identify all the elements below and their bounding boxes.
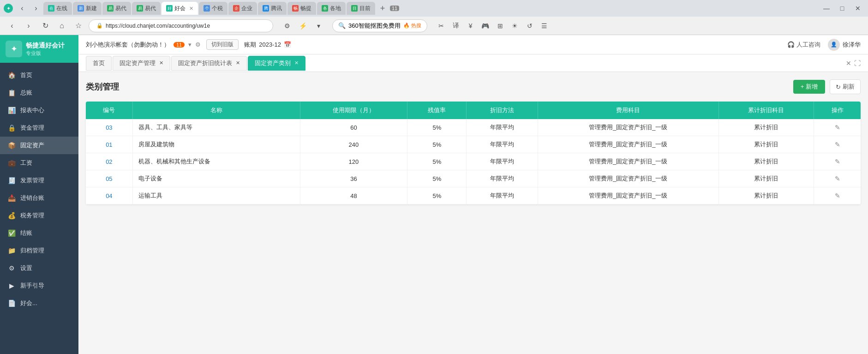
game-btn[interactable]: 🎮 [479,19,492,32]
tab-close-fixed-asset-category[interactable]: ✕ [294,60,299,66]
period-value: 2023-12 [259,41,281,48]
translate-btn[interactable]: 译 [449,19,462,32]
logo-icon: ✦ [6,41,22,57]
star-btn[interactable]: ☆ [72,19,85,32]
sidebar-label-ledger: 总账 [20,89,32,97]
browser-tab-2[interactable]: 新 新建 [73,2,102,15]
account-count: 11 [174,42,185,48]
sidebar-item-archive[interactable]: 📁 归档管理 [0,242,78,259]
browser-tab-8[interactable]: 腾 腾讯 [258,2,287,15]
sidebar-item-payroll[interactable]: 💼 工资 [0,154,78,172]
edit-icon[interactable]: ✎ [835,124,840,131]
cell-action[interactable]: ✎ [814,119,861,136]
address-input[interactable]: 🔒 https://cloud.chanjet.com/accounting/u… [89,19,273,32]
hot-search-badge: 🔥 热搜 [403,22,421,29]
tab-close-fixed-asset-depreciation[interactable]: ✕ [236,60,240,66]
invoice-icon: 🧾 [7,176,16,185]
browser-tab-5[interactable]: 好 好会 ✕ [162,2,198,15]
scissors-btn[interactable]: ✂ [435,19,448,32]
dropdown-btn[interactable]: ▾ [312,19,325,32]
maximize-btn[interactable]: □ [836,2,849,15]
tab-close-fixed-asset-mgmt[interactable]: ✕ [159,60,163,66]
edit-icon[interactable]: ✎ [835,175,840,182]
sidebar-item-funds[interactable]: 🔒 资金管理 [0,119,78,137]
search-box[interactable]: 🔍 360智能抠图免费用 🔥 热搜 [332,19,427,32]
back-btn[interactable]: ‹ [16,2,29,15]
lightning-btn[interactable]: ⚡ [296,19,309,32]
tab-pane-close-icon[interactable]: ✕ [846,60,851,67]
edit-icon[interactable]: ✎ [835,192,840,199]
sidebar-label-payroll: 工资 [20,159,32,167]
sidebar-item-home[interactable]: 🏠 首页 [0,66,78,84]
cell-id: 04 [86,187,132,204]
browser-tab-3[interactable]: 易 易代 [102,2,131,15]
new-tab-button[interactable]: + [376,2,389,15]
top-bar-left: 刘小艳演示帐套（勿删勿动！） 11 ▾ ⚙ 切到旧版 账期 2023-12 📅 [86,39,291,50]
switch-version-btn[interactable]: 切到旧版 [206,39,239,50]
cell-method: 年限平均 [467,170,538,187]
tab-favicon-4: 易 [137,5,143,12]
sidebar-item-ledger[interactable]: 📋 总账 [0,84,78,102]
browser-tab-9[interactable]: 畅 畅提 [287,2,316,15]
support-btn[interactable]: 🎧 人工咨询 [787,41,820,49]
home-btn[interactable]: ⌂ [55,19,68,32]
cell-action[interactable]: ✎ [814,136,861,153]
wallet-btn[interactable]: ¥ [464,19,477,32]
tab-fixed-asset-category[interactable]: 固定资产类别 ✕ [248,56,305,71]
sidebar-item-guide[interactable]: ▶ 新手引导 [0,277,78,294]
tab-fixed-asset-mgmt[interactable]: 固定资产管理 ✕ [113,56,170,71]
user-info[interactable]: 👤 徐泽华 [828,39,861,51]
tab-pane-expand-icon[interactable]: ⛶ [854,60,861,67]
close-window-btn[interactable]: ✕ [851,2,864,15]
browser-tab-11[interactable]: 目 目前 [347,2,375,15]
edit-icon[interactable]: ✎ [835,158,840,165]
addr-forward-btn[interactable]: › [22,19,35,32]
table-row: 02 机器、机械和其他生产设备 120 5% 年限平均 管理费用_固定资产折旧_… [86,153,861,170]
browser-tab-7[interactable]: 企 企业 [228,2,257,15]
browser-tab-10[interactable]: 各 各地 [317,2,346,15]
reload-btn[interactable]: ↻ [39,19,52,32]
extensions-btn[interactable]: ⚙ [281,19,293,32]
sidebar-item-report[interactable]: 📊 报表中心 [0,102,78,119]
sidebar-item-checkout[interactable]: ✅ 结账 [0,224,78,242]
cell-action[interactable]: ✎ [814,187,861,204]
menu-btn[interactable]: ☰ [538,19,551,32]
settings-icon-top[interactable]: ⚙ [195,41,201,48]
tab-close-5[interactable]: ✕ [189,6,193,12]
browser-tab-1[interactable]: 在 在线 [43,2,72,15]
payroll-icon: 💼 [7,159,16,167]
cell-action[interactable]: ✎ [814,170,861,187]
edit-icon[interactable]: ✎ [835,141,840,148]
col-expense: 费用科目 [538,102,718,119]
browser-tab-4[interactable]: 易 易代 [132,2,161,15]
browser-tab-6[interactable]: 个 个税 [199,2,227,15]
sidebar-item-settings[interactable]: ⚙ 设置 [0,259,78,277]
tab-fixed-asset-depreciation[interactable]: 固定资产折旧统计表 ✕ [171,56,247,71]
tab-home[interactable]: 首页 [86,56,112,71]
archive-icon: 📁 [7,246,16,255]
sidebar-item-tax[interactable]: 💰 税务管理 [0,207,78,224]
add-btn[interactable]: + 新增 [793,80,825,94]
cell-action[interactable]: ✎ [814,153,861,170]
addr-back-btn[interactable]: ‹ [6,19,18,32]
forward-btn[interactable]: › [30,2,42,15]
sidebar-label-fixed-asset: 固定资产 [20,141,44,150]
sidebar-label-inventory: 进销台账 [20,194,44,202]
header-actions: + 新增 ↻ 刷新 [793,79,861,94]
sidebar-item-inventory[interactable]: 📥 进销台账 [0,189,78,207]
refresh-btn[interactable]: ↻ 刷新 [830,79,861,94]
minimize-btn[interactable]: — [820,2,833,15]
sidebar-item-invoice[interactable]: 🧾 发票管理 [0,172,78,189]
cell-name: 机器、机械和其他生产设备 [132,153,300,170]
sun-btn[interactable]: ☀ [509,19,521,32]
account-dropdown-icon[interactable]: ▾ [188,41,192,48]
calendar-icon[interactable]: 📅 [284,41,291,48]
rotate-btn[interactable]: ↺ [523,19,536,32]
page-header: 类别管理 + 新增 ↻ 刷新 [86,79,861,94]
sidebar-item-more[interactable]: 📄 好会... [0,294,78,312]
main-content: 刘小艳演示帐套（勿删勿动！） 11 ▾ ⚙ 切到旧版 账期 2023-12 📅 … [78,35,868,354]
sidebar-item-fixed-asset[interactable]: 📦 固定资产 [0,137,78,154]
tab-favicon-11: 目 [351,5,358,12]
table-row: 04 运输工具 48 5% 年限平均 管理费用_固定资产折旧_一级 累计折旧 ✎ [86,187,861,204]
grid-btn[interactable]: ⊞ [494,19,507,32]
